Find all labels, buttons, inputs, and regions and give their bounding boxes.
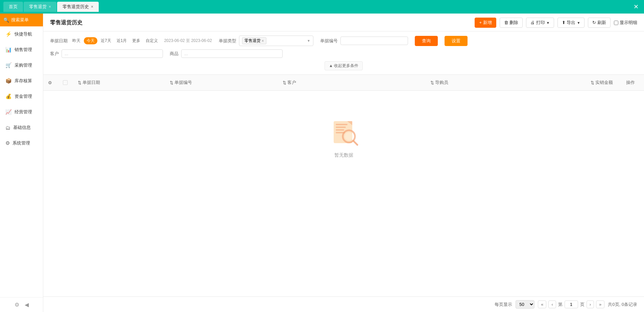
display-toggle[interactable]: 显示明细 bbox=[614, 20, 637, 26]
tab-retail-return-history-close[interactable]: × bbox=[91, 4, 93, 9]
date-filter: 单据日期 昨天 今天 近7天 近1月 更多 自定义 2023-06-02 至 2… bbox=[50, 37, 212, 44]
collapse-label: ▲ 收起更多条件 bbox=[329, 63, 358, 69]
sidebar-item-finance-label: 资金管理 bbox=[15, 93, 32, 99]
date-opt-yesterday[interactable]: 昨天 bbox=[70, 37, 82, 44]
page-header: 零售退货历史 + 新增 🗑 删除 🖨 打印 ▼ ⬆ 导出 ▼ ↻ 刷新 bbox=[43, 14, 644, 31]
sidebar: 🔍 搜索菜单 ⚡ 快捷导航 📊 销售管理 🛒 采购管理 📦 库存核算 💰 bbox=[0, 14, 43, 312]
th-date-text: 单据日期 bbox=[82, 80, 100, 86]
add-button[interactable]: + 新增 bbox=[475, 18, 496, 28]
sidebar-item-system[interactable]: ⚙ 系统管理 bbox=[0, 135, 43, 151]
sidebar-item-quicknav[interactable]: ⚡ 快捷导航 bbox=[0, 26, 43, 42]
table-area: ⚙ ⇅ 单据日期 ⇅ 单据编号 ⇅ 客户 bbox=[43, 75, 644, 296]
sidebar-bottom: ⚙ ◀ bbox=[0, 297, 43, 312]
sidebar-item-purchase[interactable]: 🛒 采购管理 bbox=[0, 58, 43, 73]
app-wrapper: 首页 零售退货 × 零售退货历史 × ✕ 🔍 搜索菜单 ⚡ 快捷导航 bbox=[0, 0, 644, 312]
th-number-sort: ⇅ bbox=[170, 80, 173, 85]
date-opt-7days[interactable]: 近7天 bbox=[99, 37, 113, 44]
sidebar-item-basic-label: 基础信息 bbox=[13, 125, 31, 131]
tab-home[interactable]: 首页 bbox=[3, 2, 23, 12]
filter-row-2: 客户 ... 商品 ... bbox=[50, 49, 637, 58]
page-prev-btn[interactable]: ‹ bbox=[548, 300, 556, 308]
purchase-icon: 🛒 bbox=[5, 62, 12, 68]
display-toggle-label: 显示明细 bbox=[620, 20, 637, 26]
type-tag-label: 零售退货 bbox=[244, 38, 261, 44]
date-opt-custom[interactable]: 自定义 bbox=[144, 37, 160, 44]
management-icon: 📈 bbox=[5, 109, 12, 115]
sidebar-item-system-label: 系统管理 bbox=[13, 140, 30, 146]
sidebar-item-finance[interactable]: 💰 资金管理 bbox=[0, 89, 43, 104]
customer-input[interactable]: ... bbox=[62, 49, 163, 58]
page-last-btn[interactable]: » bbox=[596, 300, 604, 308]
setting-button[interactable]: 设置 bbox=[445, 36, 468, 46]
sidebar-search-label: 搜索菜单 bbox=[11, 17, 29, 23]
filter-area: 单据日期 昨天 今天 近7天 近1月 更多 自定义 2023-06-02 至 2… bbox=[43, 31, 644, 75]
sidebar-item-management[interactable]: 📈 经营管理 bbox=[0, 104, 43, 120]
date-options: 昨天 今天 近7天 近1月 更多 自定义 bbox=[70, 37, 160, 44]
collapse-sidebar-btn[interactable]: ◀ bbox=[25, 302, 29, 308]
sidebar-item-inventory[interactable]: 📦 库存核算 bbox=[0, 73, 43, 89]
th-customer-text: 客户 bbox=[287, 80, 296, 86]
tab-retail-return-close[interactable]: × bbox=[49, 4, 51, 9]
svg-point-6 bbox=[345, 132, 353, 140]
th-customer-sort: ⇅ bbox=[283, 80, 286, 85]
th-action-text: 操作 bbox=[626, 80, 635, 86]
th-guide-sort: ⇅ bbox=[430, 80, 434, 85]
sidebar-item-sales[interactable]: 📊 销售管理 bbox=[0, 42, 43, 58]
quicknav-icon: ⚡ bbox=[5, 31, 12, 37]
th-customer[interactable]: ⇅ 客户 bbox=[279, 77, 426, 88]
sidebar-search[interactable]: 🔍 搜索菜单 bbox=[0, 14, 43, 26]
search-icon: 🔍 bbox=[3, 17, 9, 23]
th-number[interactable]: ⇅ 单据编号 bbox=[166, 77, 279, 88]
settings-icon-btn[interactable]: ⚙ bbox=[15, 302, 19, 308]
date-opt-1month[interactable]: 近1月 bbox=[115, 37, 129, 44]
th-checkbox[interactable] bbox=[57, 78, 74, 87]
page-first-btn[interactable]: « bbox=[538, 300, 546, 308]
th-settings[interactable]: ⚙ bbox=[43, 78, 57, 87]
toolbar: + 新增 🗑 删除 🖨 打印 ▼ ⬆ 导出 ▼ ↻ 刷新 bbox=[475, 18, 637, 28]
print-button[interactable]: 🖨 打印 ▼ bbox=[526, 18, 554, 28]
page-summary: 共0页, 0条记录 bbox=[608, 302, 637, 308]
header-checkbox[interactable] bbox=[63, 80, 68, 85]
customer-placeholder: ... bbox=[65, 51, 68, 56]
th-amount-sort: ⇅ bbox=[591, 80, 594, 85]
window-close-button[interactable]: ✕ bbox=[631, 3, 641, 10]
th-number-text: 单据编号 bbox=[174, 80, 192, 86]
th-date-label: ⇅ bbox=[78, 80, 81, 85]
tab-retail-return[interactable]: 零售退货 × bbox=[24, 2, 56, 12]
collapse-button[interactable]: ▲ 收起更多条件 bbox=[325, 61, 363, 70]
table-header: ⚙ ⇅ 单据日期 ⇅ 单据编号 ⇅ 客户 bbox=[43, 75, 644, 91]
product-input[interactable]: ... bbox=[181, 49, 283, 58]
sidebar-item-sales-label: 销售管理 bbox=[15, 47, 32, 53]
page-next-btn[interactable]: › bbox=[587, 300, 594, 308]
type-filter-label: 单据类型 bbox=[219, 38, 236, 44]
date-opt-more[interactable]: 更多 bbox=[130, 37, 142, 44]
delete-button[interactable]: 🗑 删除 bbox=[500, 18, 523, 28]
svg-line-7 bbox=[353, 141, 357, 145]
th-amount-text: 实销金额 bbox=[595, 80, 613, 86]
refresh-button[interactable]: ↻ 刷新 bbox=[588, 18, 611, 28]
th-date[interactable]: ⇅ 单据日期 bbox=[74, 77, 166, 88]
date-opt-today[interactable]: 今天 bbox=[84, 37, 97, 44]
type-select[interactable]: 零售退货 × ▼ bbox=[239, 36, 313, 46]
export-dropdown-icon: ▼ bbox=[577, 21, 580, 25]
th-guide[interactable]: ⇅ 导购员 bbox=[426, 77, 539, 88]
page-title: 零售退货历史 bbox=[50, 19, 82, 26]
svg-rect-1 bbox=[336, 124, 348, 125]
sales-icon: 📊 bbox=[5, 47, 12, 53]
page-size-select[interactable]: 50 20 100 bbox=[516, 300, 534, 309]
page-input[interactable] bbox=[565, 300, 578, 308]
tab-retail-return-history[interactable]: 零售退货历史 × bbox=[57, 2, 99, 12]
voucher-input[interactable] bbox=[340, 37, 408, 45]
query-button[interactable]: 查询 bbox=[415, 36, 438, 46]
sidebar-item-purchase-label: 采购管理 bbox=[15, 62, 32, 68]
tab-home-label: 首页 bbox=[9, 4, 18, 10]
product-filter-label: 商品 bbox=[170, 51, 178, 57]
date-range-display: 2023-06-02 至 2023-06-02 bbox=[164, 38, 212, 44]
export-button[interactable]: ⬆ 导出 ▼ bbox=[557, 18, 585, 28]
sidebar-item-basic[interactable]: 🗂 基础信息 bbox=[0, 120, 43, 135]
settings-icon: ⚙ bbox=[48, 80, 52, 85]
display-toggle-checkbox[interactable] bbox=[614, 21, 618, 25]
th-amount[interactable]: ⇅ 实销金额 bbox=[539, 77, 617, 88]
type-tag-close[interactable]: × bbox=[262, 39, 264, 43]
empty-text: 暂无数据 bbox=[334, 152, 353, 158]
